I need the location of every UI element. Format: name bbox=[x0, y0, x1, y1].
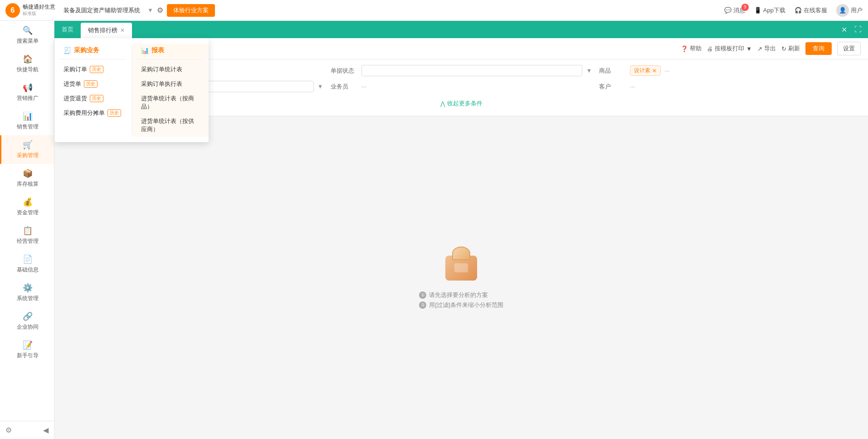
logo-area: 6 畅捷通好生意 标准版 bbox=[5, 3, 60, 18]
system-icon: ⚙️ bbox=[23, 283, 33, 293]
sidebar-item-finance-label: 资金管理 bbox=[17, 209, 39, 217]
purchase-title-label: 采购业务 bbox=[74, 46, 99, 54]
system-settings-icon[interactable]: ⚙ bbox=[157, 6, 163, 15]
goods-tag-close-icon[interactable]: ✕ bbox=[652, 68, 657, 74]
export-btn[interactable]: ↗ 导出 bbox=[757, 44, 776, 53]
purchase-expense-item[interactable]: 采购费用分摊单 历史 bbox=[60, 106, 126, 120]
app-download-label: App下载 bbox=[763, 6, 785, 15]
collapse-btn[interactable]: ⋀ 收起更多条件 bbox=[440, 97, 483, 110]
query-btn[interactable]: 查询 bbox=[805, 42, 832, 55]
message-btn[interactable]: 💬 消息 9 bbox=[724, 6, 745, 15]
sidebar-item-marketing[interactable]: 📢 营销推广 bbox=[0, 78, 54, 107]
tab-home[interactable]: 首页 bbox=[54, 21, 81, 38]
online-service-btn[interactable]: 🎧 在线客服 bbox=[795, 6, 827, 15]
sidebar-item-collab[interactable]: 🔗 企业协同 bbox=[0, 307, 54, 335]
filter-salesman: 业务员 ··· bbox=[331, 83, 592, 91]
sidebar-item-purchase-label: 采购管理 bbox=[17, 152, 39, 159]
empty-hints: ① 请先选择要分析的方案 ② 用[过滤]条件来缩小分析范围 bbox=[419, 291, 503, 309]
rank-dropdown-icon: ▼ bbox=[317, 83, 323, 90]
footer-collapse-icon[interactable]: ◀ bbox=[43, 426, 49, 434]
sidebar-item-search[interactable]: 🔍 搜索菜单 bbox=[0, 21, 54, 49]
toolbar-right: ❓ 帮助 🖨 按模板打印 ▼ ↗ 导出 ↻ 刷新 查询 设置 bbox=[681, 42, 861, 55]
app-download-btn[interactable]: 📱 App下载 bbox=[754, 6, 785, 15]
sidebar-item-finance[interactable]: 💰 资金管理 bbox=[0, 192, 54, 221]
sidebar-item-inventory[interactable]: 📦 库存核算 bbox=[0, 164, 54, 192]
hint-2-text: 用[过滤]条件来缩小分析范围 bbox=[429, 301, 503, 309]
sidebar-item-basic-label: 基础信息 bbox=[17, 266, 39, 274]
dropdown-purchase-col: 🧾 采购业务 采购订单 历史 进货单 历史 进货退货 历史 采购费用分摊单 历史 bbox=[54, 44, 132, 137]
print-icon: 🖨 bbox=[707, 45, 713, 52]
operation-icon: 📋 bbox=[23, 226, 33, 236]
system-info: 装备及固定资产辅助管理系统 ▼ ⚙ 体验行业方案 bbox=[60, 4, 724, 17]
hint-1-text: 请先选择要分析的方案 bbox=[429, 291, 488, 299]
tab-expand-icon[interactable]: ⛶ bbox=[852, 25, 864, 35]
supplier-receipt-stat-item[interactable]: 进货单统计表（按供应商） bbox=[137, 114, 204, 137]
voucher-status-select[interactable] bbox=[361, 65, 583, 76]
goods-receipt-stat-label: 进货单统计表（按商品） bbox=[141, 94, 200, 111]
headset-icon: 🎧 bbox=[795, 7, 802, 14]
sidebar-item-nav-label: 快捷导航 bbox=[17, 66, 39, 74]
settings-btn[interactable]: 设置 bbox=[837, 42, 861, 55]
help-icon: ❓ bbox=[681, 45, 688, 52]
purchase-receipt-history-tag: 历史 bbox=[84, 80, 98, 88]
refresh-btn[interactable]: ↻ 刷新 bbox=[781, 44, 800, 53]
purchase-return-label: 进货退货 bbox=[63, 94, 87, 103]
sidebar-item-sales-label: 销售管理 bbox=[17, 123, 39, 131]
purchase-order-history-tag: 历史 bbox=[90, 66, 103, 73]
data-area: ① 请先选择要分析的方案 ② 用[过滤]条件来缩小分析范围 bbox=[54, 116, 868, 439]
tab-home-label: 首页 bbox=[62, 25, 73, 34]
sidebar-item-nav[interactable]: 🏠 快捷导航 bbox=[0, 49, 54, 78]
print-dropdown-icon[interactable]: ▼ bbox=[746, 45, 752, 52]
dropdown-columns: 🧾 采购业务 采购订单 历史 进货单 历史 进货退货 历史 采购费用分摊单 历史 bbox=[54, 44, 209, 137]
top-bar-right: 💬 消息 9 📱 App下载 🎧 在线客服 👤 用户 bbox=[724, 4, 863, 17]
tab-sales-rank[interactable]: 销售排行榜 ✕ bbox=[81, 23, 132, 38]
empty-illustration bbox=[434, 247, 488, 287]
sidebar-item-sales[interactable]: 📊 销售管理 bbox=[0, 107, 54, 135]
logo-icon: 6 bbox=[5, 3, 20, 18]
purchase-dropdown-menu: 🧾 采购业务 采购订单 历史 进货单 历史 进货退货 历史 采购费用分摊单 历史 bbox=[54, 38, 209, 142]
tab-sales-rank-label: 销售排行榜 bbox=[88, 26, 117, 35]
sidebar-item-system[interactable]: ⚙️ 系统管理 bbox=[0, 278, 54, 307]
top-bar: 6 畅捷通好生意 标准版 装备及固定资产辅助管理系统 ▼ ⚙ 体验行业方案 💬 … bbox=[0, 0, 868, 21]
goods-receipt-stat-item[interactable]: 进货单统计表（按商品） bbox=[137, 91, 204, 114]
brand-name: 畅捷通好生意 bbox=[23, 4, 55, 11]
help-btn[interactable]: ❓ 帮助 bbox=[681, 44, 702, 53]
help-label: 帮助 bbox=[690, 44, 702, 53]
guide-icon: 📝 bbox=[23, 340, 33, 350]
purchase-receipt-label: 进货单 bbox=[63, 80, 81, 88]
purchase-order-item[interactable]: 采购订单 历史 bbox=[60, 62, 126, 77]
user-btn[interactable]: 👤 用户 bbox=[836, 4, 863, 17]
purchase-order-exec-item[interactable]: 采购订单执行表 bbox=[137, 77, 204, 91]
inventory-icon: 📦 bbox=[23, 168, 33, 178]
sidebar-item-purchase[interactable]: 🛒 采购管理 bbox=[0, 135, 54, 164]
sidebar-item-guide[interactable]: 📝 新手引导 bbox=[0, 335, 54, 364]
collapse-label: 收起更多条件 bbox=[447, 99, 483, 108]
purchase-receipt-item[interactable]: 进货单 历史 bbox=[60, 77, 126, 91]
voucher-status-label: 单据状态 bbox=[331, 67, 358, 75]
salesman-label: 业务员 bbox=[331, 83, 358, 91]
footer-settings-icon[interactable]: ⚙ bbox=[5, 426, 12, 434]
tab-close-icon[interactable]: ✕ bbox=[120, 27, 125, 34]
sidebar-item-operation[interactable]: 📋 经营管理 bbox=[0, 221, 54, 250]
industry-btn[interactable]: 体验行业方案 bbox=[167, 4, 215, 17]
purchase-order-stat-item[interactable]: 采购订单统计表 bbox=[137, 62, 204, 77]
export-icon: ↗ bbox=[757, 45, 762, 52]
sidebar-item-basic[interactable]: 📄 基础信息 bbox=[0, 250, 54, 278]
sidebar-item-search-label: 搜索菜单 bbox=[17, 37, 39, 45]
brand-info: 畅捷通好生意 标准版 bbox=[23, 4, 55, 17]
tab-close-all-icon[interactable]: ✕ bbox=[839, 25, 850, 35]
system-dropdown-icon[interactable]: ▼ bbox=[147, 7, 153, 14]
print-btn[interactable]: 🖨 按模板打印 ▼ bbox=[707, 44, 752, 53]
salesman-more-icon[interactable]: ··· bbox=[361, 83, 366, 90]
purchase-return-item[interactable]: 进货退货 历史 bbox=[60, 91, 126, 106]
customer-more-icon[interactable]: ··· bbox=[630, 83, 635, 90]
goods-more-icon[interactable]: ··· bbox=[664, 67, 669, 74]
sales-icon: 📊 bbox=[23, 111, 33, 121]
hint-2-icon: ② bbox=[419, 301, 426, 309]
goods-tag-text: 设计素 bbox=[634, 67, 650, 74]
report-menu-icon: 📊 bbox=[141, 47, 149, 54]
dropdown-purchase-title: 🧾 采购业务 bbox=[60, 44, 126, 59]
print-label: 按模板打印 bbox=[715, 44, 744, 53]
sidebar: 🔍 搜索菜单 🏠 快捷导航 📢 营销推广 📊 销售管理 🛒 采购管理 📦 库存核… bbox=[0, 21, 54, 439]
supplier-receipt-stat-label: 进货单统计表（按供应商） bbox=[141, 117, 200, 133]
